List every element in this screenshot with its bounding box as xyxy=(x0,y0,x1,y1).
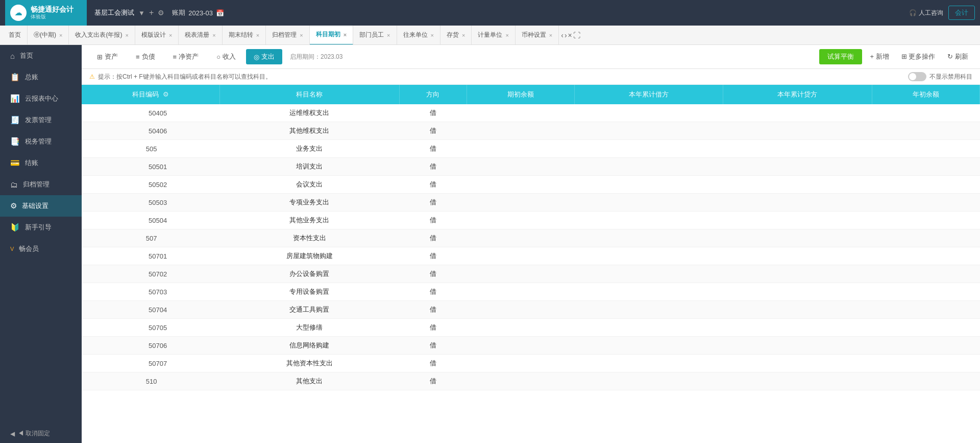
tab-home[interactable]: 首页 xyxy=(3,26,28,45)
cell-year-init[interactable] xyxy=(872,372,980,390)
cell-ytd-credit[interactable] xyxy=(723,194,872,212)
add-company-icon[interactable]: + xyxy=(149,8,154,17)
tab-expand-btn[interactable]: ⛶ xyxy=(573,31,580,39)
tab-subject-init-close[interactable]: × xyxy=(344,32,347,38)
cell-ytd-debit[interactable] xyxy=(575,283,723,301)
cell-init-balance[interactable] xyxy=(467,122,574,140)
cell-year-init[interactable] xyxy=(872,176,980,194)
cell-ytd-credit[interactable] xyxy=(723,283,872,301)
table-row[interactable]: 50406 其他维权支出 借 xyxy=(82,122,980,140)
cell-ytd-debit[interactable] xyxy=(575,212,723,229)
table-row[interactable]: 50503 专项业务支出 借 xyxy=(82,194,980,212)
table-row[interactable]: 50702 办公设备购置 借 xyxy=(82,265,980,283)
cell-ytd-debit[interactable] xyxy=(575,158,723,176)
tab-unit-close[interactable]: × xyxy=(505,32,508,38)
cell-init-balance[interactable] xyxy=(467,372,574,390)
cell-ytd-debit[interactable] xyxy=(575,247,723,265)
table-row[interactable]: 507 资本性支出 借 xyxy=(82,229,980,247)
cell-year-init[interactable] xyxy=(872,104,980,122)
sidebar-item-ledger[interactable]: 📋 总账 xyxy=(0,66,82,88)
cell-ytd-credit[interactable] xyxy=(723,337,872,355)
cell-init-balance[interactable] xyxy=(467,301,574,319)
cell-ytd-credit[interactable] xyxy=(723,176,872,194)
cell-year-init[interactable] xyxy=(872,265,980,283)
cell-year-init[interactable] xyxy=(872,355,980,372)
cell-init-balance[interactable] xyxy=(467,212,574,229)
tab-mid-close[interactable]: × xyxy=(59,32,62,38)
tab-contact-close[interactable]: × xyxy=(431,32,434,38)
tab-currency[interactable]: 币种设置 × xyxy=(516,26,559,45)
tab-next-btn[interactable]: › xyxy=(565,31,567,39)
cell-ytd-debit[interactable] xyxy=(575,194,723,212)
cell-ytd-debit[interactable] xyxy=(575,229,723,247)
tab-currency-close[interactable]: × xyxy=(549,32,552,38)
cell-year-init[interactable] xyxy=(872,122,980,140)
cell-year-init[interactable] xyxy=(872,301,980,319)
period-calendar-icon[interactable]: 📅 xyxy=(216,9,224,17)
tab-dept-close[interactable]: × xyxy=(387,32,390,38)
cell-init-balance[interactable] xyxy=(467,104,574,122)
help-button[interactable]: 🎧 人工咨询 xyxy=(904,9,948,17)
sidebar-item-guide[interactable]: 🔰 新手引导 xyxy=(0,217,82,238)
sidebar-item-cloud[interactable]: 📊 云报表中心 xyxy=(0,88,82,109)
tab-contact[interactable]: 往来单位 × xyxy=(397,26,440,45)
table-row[interactable]: 50703 专用设备购置 借 xyxy=(82,283,980,301)
cell-init-balance[interactable] xyxy=(467,194,574,212)
cell-ytd-debit[interactable] xyxy=(575,140,723,158)
account-button[interactable]: 会计 xyxy=(948,6,975,20)
refresh-button[interactable]: ↻ 刷新 xyxy=(943,50,972,64)
cell-ytd-debit[interactable] xyxy=(575,355,723,372)
cell-ytd-credit[interactable] xyxy=(723,158,872,176)
cell-init-balance[interactable] xyxy=(467,140,574,158)
sidebar-item-archive[interactable]: 🗂 归档管理 xyxy=(0,174,82,195)
subtab-income[interactable]: ○ 收入 xyxy=(209,49,243,64)
table-row[interactable]: 50701 房屋建筑物购建 借 xyxy=(82,247,980,265)
subtab-net-asset[interactable]: ≡ 净资产 xyxy=(165,49,207,64)
sidebar-item-tax[interactable]: 📑 税务管理 xyxy=(0,131,82,152)
tab-template[interactable]: 模版设计 × xyxy=(135,26,179,45)
table-row[interactable]: 50706 信息网络购建 借 xyxy=(82,337,980,355)
cell-ytd-credit[interactable] xyxy=(723,265,872,283)
tab-dept[interactable]: 部门员工 × xyxy=(353,26,397,45)
cell-ytd-credit[interactable] xyxy=(723,229,872,247)
table-row[interactable]: 50501 培训支出 借 xyxy=(82,158,980,176)
cell-ytd-debit[interactable] xyxy=(575,265,723,283)
table-row[interactable]: 50705 大型修缮 借 xyxy=(82,319,980,337)
cell-ytd-credit[interactable] xyxy=(723,319,872,337)
subtab-asset[interactable]: ⊞ 资产 xyxy=(89,49,126,64)
cell-ytd-credit[interactable] xyxy=(723,372,872,390)
cell-ytd-credit[interactable] xyxy=(723,301,872,319)
calc-balance-button[interactable]: 试算平衡 xyxy=(819,49,862,64)
tab-inventory[interactable]: 存货 × xyxy=(440,26,472,45)
cell-year-init[interactable] xyxy=(872,140,980,158)
sidebar-item-invoice[interactable]: 🧾 发票管理 xyxy=(0,109,82,131)
cell-ytd-debit[interactable] xyxy=(575,176,723,194)
cell-init-balance[interactable] xyxy=(467,229,574,247)
tab-archive[interactable]: 归档管理 × xyxy=(266,26,309,45)
tab-period-end-close[interactable]: × xyxy=(256,32,259,38)
cell-ytd-debit[interactable] xyxy=(575,122,723,140)
disable-toggle[interactable] xyxy=(908,72,926,81)
cell-init-balance[interactable] xyxy=(467,337,574,355)
col-settings-icon[interactable]: ⚙ xyxy=(163,90,169,98)
sidebar-collapse[interactable]: ◀ ◀ 取消固定 xyxy=(0,424,82,443)
cell-init-balance[interactable] xyxy=(467,176,574,194)
cell-year-init[interactable] xyxy=(872,283,980,301)
sidebar-item-member[interactable]: V 畅会员 xyxy=(0,238,82,260)
cell-ytd-debit[interactable] xyxy=(575,319,723,337)
tab-annual[interactable]: 收入支出表(年报) × xyxy=(69,26,135,45)
table-row[interactable]: 510 其他支出 借 xyxy=(82,372,980,390)
tab-tax[interactable]: 税表清册 × xyxy=(179,26,222,45)
table-row[interactable]: 50707 其他资本性支出 借 xyxy=(82,355,980,372)
cell-ytd-credit[interactable] xyxy=(723,212,872,229)
tab-tax-close[interactable]: × xyxy=(212,32,215,38)
subtab-debt[interactable]: ≡ 负债 xyxy=(128,49,163,64)
tab-archive-close[interactable]: × xyxy=(300,32,303,38)
table-row[interactable]: 505 业务支出 借 xyxy=(82,140,980,158)
cell-ytd-credit[interactable] xyxy=(723,140,872,158)
sidebar-item-checkout[interactable]: 💳 结账 xyxy=(0,152,82,174)
tab-template-close[interactable]: × xyxy=(169,32,172,38)
cell-init-balance[interactable] xyxy=(467,355,574,372)
table-row[interactable]: 50504 其他业务支出 借 xyxy=(82,212,980,229)
cell-year-init[interactable] xyxy=(872,247,980,265)
